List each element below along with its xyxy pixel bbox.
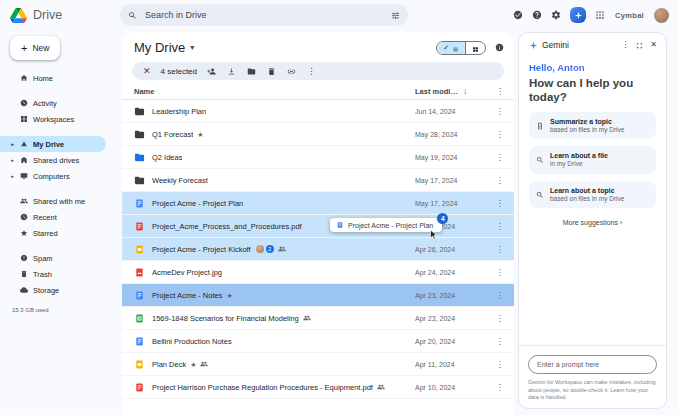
- folder-icon: [134, 129, 145, 140]
- file-row[interactable]: Plan Deck★Apr 11, 2024⋮: [122, 353, 514, 376]
- file-row[interactable]: Project Acme - Project PlanMay 17, 2024⋮: [122, 192, 514, 215]
- new-button[interactable]: + New: [10, 36, 60, 60]
- file-more-icon[interactable]: ⋮: [496, 359, 505, 369]
- sidebar-item-activity[interactable]: Activity: [0, 95, 106, 111]
- file-name: Project Acme - Project Kickoff: [152, 245, 251, 254]
- file-more-icon[interactable]: ⋮: [496, 221, 505, 231]
- gemini-suggestion-card[interactable]: Learn about a filein my Drive: [529, 146, 656, 174]
- file-more-icon[interactable]: ⋮: [496, 129, 505, 139]
- gemini-prompt-input[interactable]: [528, 355, 657, 374]
- file-more-icon[interactable]: ⋮: [496, 336, 505, 346]
- more-suggestions-link[interactable]: More suggestions ›: [529, 219, 656, 226]
- drag-ghost-label: Project Acme - Project Plan: [348, 222, 433, 229]
- gemini-suggestion-card[interactable]: Summarize a topicbased on files in my Dr…: [529, 112, 656, 140]
- sidebar-item-recent[interactable]: Recent: [0, 209, 106, 225]
- expand-caret-icon[interactable]: ▸: [10, 173, 15, 179]
- file-modified-date: Apr 11, 2024: [415, 361, 455, 368]
- sidebar-item-shared-with-me[interactable]: Shared with me: [0, 193, 106, 209]
- apps-grid-icon[interactable]: [595, 10, 605, 20]
- file-row[interactable]: 1569-1848 Scenarios for Financial Modeli…: [122, 307, 514, 330]
- sidebar-item-spam[interactable]: Spam: [0, 250, 106, 266]
- sidebar-item-starred[interactable]: Starred: [0, 225, 106, 241]
- sidebar-item-computers[interactable]: ▸Computers: [0, 168, 106, 184]
- file-name: Bellini Production Notes: [152, 337, 232, 346]
- file-more-icon[interactable]: ⋮: [496, 267, 505, 277]
- gemini-expand-icon[interactable]: [636, 42, 643, 49]
- download-icon[interactable]: [227, 67, 236, 76]
- file-row[interactable]: Project_Acme_Process_and_Procedures.pdfA…: [122, 215, 514, 238]
- list-view-button[interactable]: ✓: [437, 42, 465, 54]
- search-bar[interactable]: [120, 4, 408, 26]
- file-name: Project Acme - Notes: [152, 291, 222, 300]
- search-options-icon[interactable]: [391, 11, 400, 20]
- sidebar-item-shared-drives[interactable]: ▸Shared drives: [0, 152, 106, 168]
- grid-view-button[interactable]: [465, 42, 485, 54]
- file-modified-date: Apr 23, 2024: [415, 292, 455, 299]
- sort-descending-icon[interactable]: ↓: [463, 87, 467, 96]
- clear-selection-icon[interactable]: ✕: [143, 66, 151, 76]
- file-row[interactable]: AcmeDev Project.jpgApr 24, 2024⋮: [122, 261, 514, 284]
- sidebar-item-label: Shared drives: [33, 156, 79, 165]
- file-more-icon[interactable]: ⋮: [496, 152, 505, 162]
- file-row[interactable]: Project Acme - Notes★Apr 23, 2024⋮: [122, 284, 514, 307]
- link-icon[interactable]: [287, 67, 296, 76]
- file-row[interactable]: Project Acme - Project Kickoff2Apr 26, 2…: [122, 238, 514, 261]
- drag-ghost-chip: Project Acme - Project Plan 4: [330, 218, 442, 232]
- drive-logo[interactable]: Drive: [10, 8, 110, 23]
- file-row[interactable]: Project Harrison Purchase Regulation Pro…: [122, 376, 514, 399]
- file-more-icon[interactable]: ⋮: [496, 382, 505, 392]
- more-actions-icon[interactable]: ⋮: [307, 67, 316, 76]
- sidebar-item-storage[interactable]: Storage: [0, 282, 106, 298]
- expand-caret-icon[interactable]: ▸: [10, 141, 15, 147]
- list-header-more-icon[interactable]: ⋮: [496, 87, 504, 96]
- chevron-down-icon: ▾: [190, 43, 194, 52]
- pdf-icon: [134, 382, 145, 393]
- search-input[interactable]: [143, 9, 385, 21]
- search-icon: [536, 156, 544, 164]
- star-icon: [20, 229, 28, 237]
- file-modified-date: May 28, 2024: [415, 131, 457, 138]
- share-icon[interactable]: [207, 67, 216, 76]
- shared-people-icon: [303, 314, 311, 322]
- file-row[interactable]: Leadership PlanJun 14, 2024⋮: [122, 100, 514, 123]
- gemini-close-icon[interactable]: ✕: [650, 41, 657, 49]
- sidebar-item-workspaces[interactable]: Workspaces: [0, 111, 106, 127]
- file-more-icon[interactable]: ⋮: [496, 198, 505, 208]
- gemini-more-icon[interactable]: ⋮: [621, 41, 629, 49]
- doc-icon: [336, 221, 344, 229]
- availability-icon[interactable]: [513, 10, 523, 20]
- settings-icon[interactable]: [551, 10, 561, 20]
- file-row[interactable]: Weekly ForecastMay 17, 2024⋮: [122, 169, 514, 192]
- search-icon: [128, 11, 137, 20]
- sidebar-item-home[interactable]: Home: [0, 70, 106, 86]
- selection-toolbar: ✕ 4 selected ⋮: [132, 62, 504, 80]
- file-row[interactable]: Bellini Production NotesApr 20, 2024⋮: [122, 330, 514, 353]
- column-name[interactable]: Name: [134, 87, 154, 96]
- file-row[interactable]: Q1 Forecast★May 28, 2024⋮: [122, 123, 514, 146]
- gemini-button[interactable]: [570, 7, 586, 23]
- sidebar-item-label: Home: [33, 74, 53, 83]
- sidebar-item-trash[interactable]: Trash: [0, 266, 106, 282]
- page-title[interactable]: My Drive ▾: [134, 40, 194, 55]
- gemini-suggestion-card[interactable]: Learn about a topicbased on files in my …: [529, 181, 656, 209]
- file-name: Project Harrison Purchase Regulation Pro…: [152, 383, 373, 392]
- mouse-cursor-icon: [428, 227, 440, 242]
- file-more-icon[interactable]: ⋮: [496, 244, 505, 254]
- trash-icon[interactable]: [267, 67, 276, 76]
- sidebar-item-my-drive[interactable]: ▸My Drive: [0, 136, 106, 152]
- help-icon[interactable]: [532, 10, 542, 20]
- file-modified-date: Apr 20, 2024: [415, 338, 455, 345]
- folder-icon: [134, 106, 145, 117]
- file-row[interactable]: Q2 IdeasMay 19, 2024⋮: [122, 146, 514, 169]
- column-modified[interactable]: Last modified: [415, 87, 459, 96]
- file-more-icon[interactable]: ⋮: [496, 175, 505, 185]
- move-to-folder-icon[interactable]: [247, 67, 256, 76]
- account-avatar[interactable]: [654, 8, 669, 23]
- file-more-icon[interactable]: ⋮: [496, 290, 505, 300]
- file-more-icon[interactable]: ⋮: [496, 313, 505, 323]
- collaborator-avatar: [256, 245, 264, 253]
- details-info-icon[interactable]: [495, 43, 504, 52]
- expand-caret-icon[interactable]: ▸: [10, 157, 15, 163]
- file-list: Leadership PlanJun 14, 2024⋮Q1 Forecast★…: [122, 100, 514, 399]
- file-more-icon[interactable]: ⋮: [496, 106, 505, 116]
